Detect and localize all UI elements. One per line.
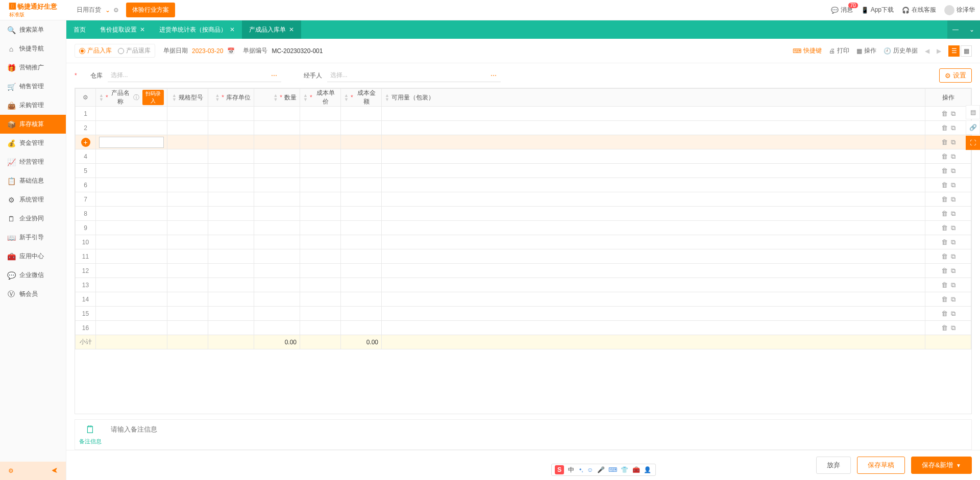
sidebar-item[interactable]: 🔍搜索菜单	[0, 20, 66, 39]
table-row[interactable]: 14🗑⧉	[76, 292, 971, 307]
copy-row-icon[interactable]: ⧉	[951, 110, 955, 117]
table-row[interactable]: 2🗑⧉	[76, 121, 971, 135]
save-draft-button[interactable]: 保存草稿	[857, 457, 905, 474]
messages-link[interactable]: 💬 消息 70	[831, 6, 853, 14]
warehouse-dropdown[interactable]: 选择... ⋯	[108, 69, 281, 82]
delete-row-icon[interactable]: 🗑	[941, 267, 948, 274]
sidebar-item[interactable]: 👜采购管理	[0, 96, 66, 115]
copy-row-icon[interactable]: ⧉	[951, 167, 955, 174]
copy-row-icon[interactable]: ⧉	[951, 324, 955, 332]
copy-row-icon[interactable]: ⧉	[951, 153, 955, 160]
delete-row-icon[interactable]: 🗑	[941, 153, 948, 160]
table-row[interactable]: 7🗑⧉	[76, 192, 971, 207]
copy-row-icon[interactable]: ⧉	[951, 124, 955, 132]
ime-user-icon[interactable]: 👤	[644, 466, 651, 473]
card-view-button[interactable]: ▦	[961, 45, 972, 57]
header-amount[interactable]: ▲▼*成本金额	[341, 89, 382, 107]
calendar-icon[interactable]: 📅	[227, 47, 235, 55]
sidebar-item[interactable]: 🧰应用中心	[0, 247, 66, 266]
copy-row-icon[interactable]: ⧉	[951, 295, 955, 303]
sidebar-item[interactable]: 📋基础信息	[0, 171, 66, 190]
shop-selector[interactable]: 日用百货 ⌄	[77, 6, 110, 14]
header-spec[interactable]: ▲▼规格型号	[167, 89, 208, 107]
date-value[interactable]: 2023-03-20	[192, 47, 223, 55]
tab[interactable]: 进货单统计表（按商品）✕	[152, 20, 242, 39]
sidebar-item[interactable]: 📈经营管理	[0, 153, 66, 171]
copy-row-icon[interactable]: ⧉	[951, 238, 955, 246]
next-button[interactable]: ▶	[937, 47, 941, 55]
ime-toolbox-icon[interactable]: 🧰	[632, 466, 640, 473]
add-row-icon[interactable]: +	[81, 138, 90, 147]
app-download-link[interactable]: 📱 App下载	[861, 6, 894, 14]
header-price[interactable]: ▲▼*成本单价	[300, 89, 341, 107]
discard-button[interactable]: 放弃	[816, 457, 851, 474]
table-row[interactable]: 6🗑⧉	[76, 178, 971, 192]
ime-skin-icon[interactable]: 👕	[621, 466, 628, 473]
sidebar-item[interactable]: 💬企业微信	[0, 266, 66, 285]
table-row[interactable]: 10🗑⧉	[76, 235, 971, 249]
delete-row-icon[interactable]: 🗑	[941, 252, 948, 260]
delete-row-icon[interactable]: 🗑	[941, 195, 948, 203]
save-new-button[interactable]: 保存&新增 ▼	[911, 457, 972, 474]
ime-mic-icon[interactable]: 🎤	[597, 466, 605, 473]
table-row[interactable]: 8🗑⧉	[76, 207, 971, 221]
radio-product-in[interactable]: 产品入库	[79, 46, 112, 55]
dock-expand-button[interactable]: ⛶	[966, 136, 980, 150]
header-product-name[interactable]: ▲▼*产品名称ⓘ扫码录入	[96, 89, 167, 107]
delete-row-icon[interactable]: 🗑	[941, 181, 948, 189]
copy-row-icon[interactable]: ⧉	[951, 252, 955, 260]
tab[interactable]: 首页	[66, 20, 93, 39]
ime-smile-icon[interactable]: ☺	[587, 466, 593, 473]
sidebar-item[interactable]: 🛒销售管理	[0, 77, 66, 96]
delete-row-icon[interactable]: 🗑	[941, 167, 948, 174]
table-row[interactable]: 13🗑⧉	[76, 278, 971, 292]
close-icon[interactable]: ✕	[289, 26, 294, 33]
table-row[interactable]: 12🗑⧉	[76, 264, 971, 278]
copy-row-icon[interactable]: ⧉	[951, 210, 955, 217]
copy-row-icon[interactable]: ⧉	[951, 138, 955, 146]
delete-row-icon[interactable]: 🗑	[941, 281, 948, 289]
delete-row-icon[interactable]: 🗑	[941, 210, 948, 217]
ime-keyboard-icon[interactable]: ⌨	[608, 466, 617, 473]
table-row[interactable]: 9🗑⧉	[76, 221, 971, 235]
hotkey-link[interactable]: ⌨快捷键	[793, 46, 822, 55]
delete-row-icon[interactable]: 🗑	[941, 295, 948, 303]
tab-minimize-button[interactable]: —	[947, 20, 964, 39]
table-row[interactable]: 11🗑⧉	[76, 249, 971, 264]
copy-row-icon[interactable]: ⧉	[951, 224, 955, 232]
delete-row-icon[interactable]: 🗑	[941, 110, 948, 117]
scan-tag[interactable]: 扫码录入	[142, 90, 164, 105]
delete-row-icon[interactable]: 🗑	[941, 124, 948, 132]
dock-filter-button[interactable]: ▤	[966, 105, 980, 119]
tab[interactable]: 售价提取设置✕	[93, 20, 152, 39]
dock-attach-button[interactable]: 🔗	[966, 120, 980, 135]
collapse-icon[interactable]: ⮜	[52, 467, 58, 474]
sidebar-item[interactable]: ⚙系统管理	[0, 190, 66, 209]
history-link[interactable]: 🕘历史单据	[884, 46, 918, 55]
print-link[interactable]: 🖨打印	[829, 46, 849, 55]
copy-row-icon[interactable]: ⧉	[951, 267, 955, 274]
delete-row-icon[interactable]: 🗑	[941, 238, 948, 246]
settings-icon[interactable]: ⚙	[8, 467, 14, 474]
tab-menu-button[interactable]: ⌄	[964, 20, 980, 39]
table-row[interactable]: 4🗑⧉	[76, 149, 971, 164]
radio-product-out[interactable]: 产品退库	[118, 46, 151, 55]
user-menu[interactable]: 徐泽华	[944, 5, 975, 15]
header-qty[interactable]: ▲▼*数量	[254, 89, 300, 107]
header-gear[interactable]: ⚙	[76, 89, 96, 107]
close-icon[interactable]: ✕	[230, 26, 235, 33]
product-name-input[interactable]	[99, 137, 164, 148]
sidebar-item[interactable]: 💰资金管理	[0, 134, 66, 153]
remark-input[interactable]	[106, 420, 971, 449]
header-unit[interactable]: ▲▼*库存单位	[208, 89, 254, 107]
sidebar-item[interactable]: 📦库存核算	[0, 115, 66, 134]
ime-punct-icon[interactable]: •,	[579, 466, 583, 473]
copy-row-icon[interactable]: ⧉	[951, 281, 955, 289]
list-view-button[interactable]: ☰	[948, 45, 960, 57]
gear-icon[interactable]: ⚙	[113, 7, 119, 14]
sidebar-item[interactable]: ⌂快捷导航	[0, 39, 66, 58]
delete-row-icon[interactable]: 🗑	[941, 138, 948, 146]
tab[interactable]: 产成品入库单✕	[242, 20, 301, 39]
settings-button[interactable]: ⚙ 设置	[939, 68, 972, 83]
sidebar-item[interactable]: 🗒企业协同	[0, 209, 66, 228]
